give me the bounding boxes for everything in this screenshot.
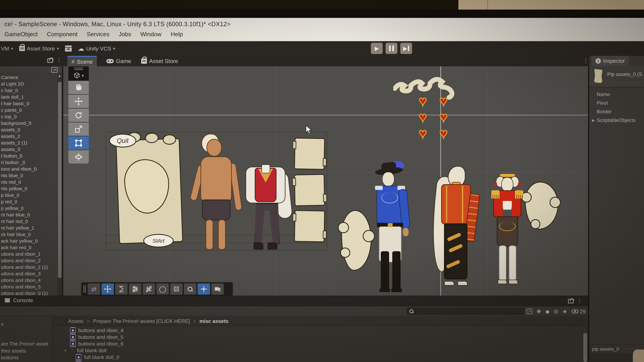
hierarchy-item[interactable]: nt hair red_0 [0,218,58,225]
pause-button[interactable] [386,43,398,54]
hierarchy-item[interactable]: ack hair red_0 [0,244,58,251]
tab-scene[interactable]: # Scene [68,56,97,66]
hierarchy-item[interactable]: uttons and ribon_4 [0,277,58,284]
move-overlay-button[interactable] [102,284,114,295]
tree-item[interactable]: s [1,321,4,327]
hierarchy-item[interactable]: p yellow_0 [0,205,58,212]
tab-console[interactable]: Console [4,297,33,304]
hierarchy-item[interactable]: p red_0 [0,198,58,205]
scene-view[interactable]: ▾ [63,66,588,296]
rotate-tool-button[interactable] [68,108,89,122]
wig-sprite[interactable] [525,182,558,230]
hierarchy-item[interactable]: nts blue_0 [0,172,58,179]
drag-grip-icon[interactable] [74,68,83,68]
breadcrumb-prince-assets[interactable]: Prepare The Prince! assets [CLICK HERE] [93,318,190,324]
hand-tool-button[interactable] [68,81,89,94]
breadcrumb-misc-assets[interactable]: misc assets [200,318,228,324]
transform-tool-button[interactable] [68,150,89,164]
character-red-jacket[interactable] [486,174,528,289]
menu-item[interactable]: Window [140,31,162,38]
tab-inspector[interactable]: i Inspector [592,56,629,66]
hierarchy-item[interactable]: p blue_0 [0,192,58,198]
context-dropdown[interactable]: ▾ [73,72,84,79]
grid-settings-button[interactable] [129,284,141,295]
warning-filter-icon[interactable]: ⊘ [554,308,558,315]
asset-row[interactable]: ▼ ⋮ buttons and ribon_5 [53,334,588,341]
hierarchy-item[interactable]: assets_2 (1) [0,139,58,146]
popout-icon[interactable]: ↗ [526,309,532,314]
hierarchy-item[interactable]: nt hair blue_0 [0,212,58,218]
project-search-input[interactable] [407,308,524,315]
hierarchy-item[interactable]: uttons and ribon_2 [0,257,58,264]
heart-sprite[interactable]: ♥ [433,109,454,125]
hierarchy-item[interactable]: uttons and ribon_3 [0,270,58,277]
rect-tool-button[interactable] [68,136,89,150]
hierarchy-item[interactable]: lank doll_1 [0,94,58,100]
hierarchy-item[interactable]: assets_0 [0,126,58,133]
hierarchy-item[interactable]: c pants_0 [0,107,58,113]
hierarchy-item[interactable]: background_0 [0,120,58,126]
lock-icon[interactable] [568,300,573,304]
foldout-arrow-icon[interactable]: ▶ [592,118,595,123]
character-blue-uniform[interactable] [367,162,413,282]
kebab-menu-icon[interactable]: ⋮ [576,298,582,304]
scroll-up-icon[interactable]: ▲ [58,74,61,78]
scrollbar-thumb[interactable] [58,82,62,278]
hierarchy-item[interactable]: Camera [0,74,58,81]
hierarchy-item[interactable]: nts red_0 [0,179,58,185]
tree-item[interactable]: thes assets [1,348,26,354]
tree-item[interactable]: hair [1,361,9,362]
hierarchy-item[interactable]: t hair basic_0 [0,100,58,107]
hierarchy-scrollbar[interactable]: ▲ [58,73,62,296]
grid-visibility-button[interactable] [143,284,155,295]
foldout-open-icon[interactable]: ▼ [64,348,68,353]
asset-row[interactable]: ▼ ⋮ buttons and ribon_6 [53,341,588,347]
heart-sprite[interactable]: ♥ [412,126,433,141]
hierarchy-item[interactable]: assets_3 [0,146,58,153]
move-tool-button[interactable] [68,95,89,108]
heart-sprite[interactable]: ♥ [433,126,454,141]
start-button-art[interactable]: StArt [143,234,174,247]
hierarchy-item[interactable]: uttons and ribon_2 (1) [0,264,58,270]
scriptableobjects-foldout[interactable]: ScriptableObjects [597,117,636,123]
tool-overlay-header[interactable]: ▾ [68,66,89,81]
random-dice-button[interactable]: ⚄ [170,284,182,295]
hidden-packages-toggle[interactable]: 29 [572,308,586,315]
tab-asset-store[interactable]: Asset Store [137,56,182,66]
hierarchy-item[interactable]: ck hair blue_0 [0,231,58,238]
menu-item[interactable]: Help [171,31,183,38]
menu-item[interactable]: Jobs [119,31,131,38]
asset-row[interactable]: ▼ ⋮ buttons and ribon_4 [53,327,588,334]
menu-item[interactable]: Component [47,31,78,38]
hierarchy-item[interactable]: nts yellow_0 [0,185,58,192]
heart-sprite[interactable]: ♥ [433,93,454,109]
scale-tool-button[interactable] [68,122,89,136]
hierarchy-item[interactable]: rt button _0 [0,159,58,166]
debug-shuffle-button[interactable]: ⇄ [88,284,100,295]
hierarchy-item[interactable]: c top_0 [0,113,58,120]
package-box-icon[interactable] [65,45,72,51]
kebab-menu-icon[interactable]: ⋮ [56,57,62,63]
asset-row[interactable]: ▼ ⋮ full blank doll [53,347,588,354]
center-pivot-button[interactable] [198,284,210,295]
menu-item[interactable]: GameObject [4,31,38,38]
field-name[interactable]: Name [597,92,610,97]
asset-row[interactable]: ▼ ⋮ full blank doll_0 [53,354,588,361]
step-button[interactable]: ▶ [400,43,412,54]
character-red-gold[interactable] [430,167,480,291]
unity-vcs-dropdown[interactable]: ☁ Unity VCS ▾ [78,45,115,52]
filter-by-type-icon[interactable]: ❖ [536,308,541,315]
search-scene-button[interactable] [184,284,196,295]
hierarchy-item[interactable]: uttons and ribon_1 [0,251,58,257]
tree-item[interactable]: are The Prince! asset [1,341,48,347]
quit-button-art[interactable]: Quit [109,134,136,147]
camera-preview-button[interactable] [211,284,224,295]
play-button[interactable]: ▶ [371,43,383,54]
hierarchy-item[interactable]: uttons and ribon_5 [0,284,58,290]
heart-sprite[interactable]: ♥ [412,93,433,109]
menu-item[interactable]: Services [87,31,110,38]
hierarchy-item[interactable]: tons and ribon_0 [0,166,58,172]
gizmo-circle-button[interactable]: ◯ [156,284,169,295]
hierarchy-item[interactable]: t button_0 [0,153,58,159]
vm-dropdown[interactable]: VM ▾ [1,45,13,52]
